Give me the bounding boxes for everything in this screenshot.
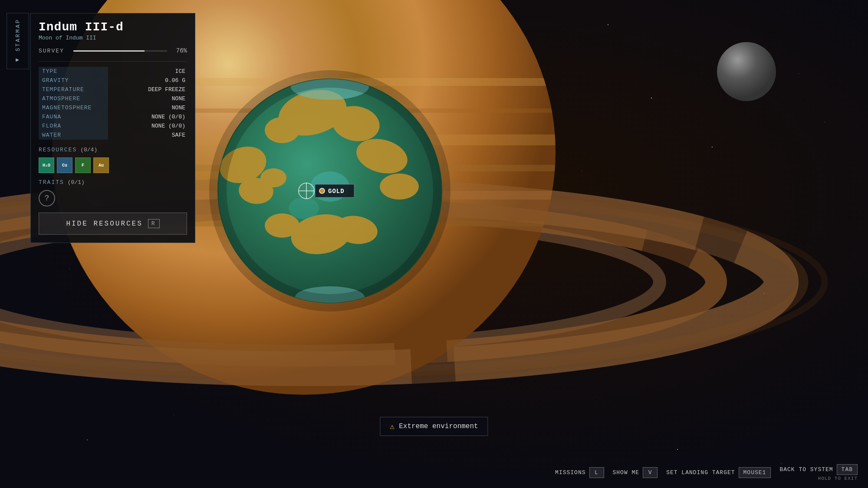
action-key: MOUSE1 — [739, 467, 771, 478]
planet-name: Indum III-d — [39, 20, 187, 34]
resources-count: (0/4) — [80, 147, 97, 153]
stat-value: NONE (0/0) — [108, 112, 187, 121]
stats-row: FLORANONE (0/0) — [39, 121, 187, 131]
stat-value: NONE — [108, 103, 187, 112]
resources-header: RESOURCES (0/4) — [39, 147, 187, 153]
starmap-tab[interactable]: ◀ STARMAP — [7, 13, 29, 69]
stats-row: MAGNETOSPHERENONE — [39, 103, 187, 112]
resource-icon-f[interactable]: F — [75, 157, 91, 173]
resource-icon-cu[interactable]: Cu — [57, 157, 72, 173]
warning-icon: ⚠ — [390, 422, 395, 431]
stat-value: 0.06 G — [108, 76, 187, 85]
bottom-action-set-landing-target[interactable]: SET LANDING TARGETMOUSE1 — [666, 467, 771, 478]
stats-table: TYPEICEGRAVITY0.06 GTEMPERATUREDEEP FREE… — [39, 67, 187, 140]
survey-row: SURVEY 76% — [39, 47, 187, 54]
resource-icon-h2o[interactable]: H₂O — [39, 157, 54, 173]
action-label: MISSIONS — [555, 469, 585, 476]
stat-value: NONE — [108, 94, 187, 103]
action-label: SHOW ME — [613, 469, 640, 476]
stats-row: GRAVITY0.06 G — [39, 76, 187, 85]
back-to-system-sub: HOLD TO EXIT — [818, 476, 858, 481]
side-panel: Indum III-d Moon of Indum III SURVEY 76%… — [30, 13, 195, 243]
extreme-warning: ⚠ Extreme environment — [380, 417, 488, 436]
stat-label: TEMPERATURE — [39, 85, 108, 94]
starmap-arrow-icon: ◀ — [15, 56, 21, 64]
stat-label: TYPE — [39, 67, 108, 76]
survey-pct: 76% — [171, 47, 187, 54]
divider — [39, 61, 187, 62]
stat-value: DEEP FREEZE — [108, 85, 187, 94]
stat-value: SAFE — [108, 131, 187, 140]
stat-label: FAUNA — [39, 112, 108, 121]
bottom-action-missions[interactable]: MISSIONSL — [555, 467, 604, 478]
stat-label: ATMOSPHERE — [39, 94, 108, 103]
planet-subtitle: Moon of Indum III — [39, 35, 187, 41]
stats-row: ATMOSPHERENONE — [39, 94, 187, 103]
hide-resources-button[interactable]: HIDE RESOURCES R — [39, 213, 187, 235]
traits-count: (0/1) — [68, 179, 85, 186]
stats-row: TYPEICE — [39, 67, 187, 76]
stats-row: WATERSAFE — [39, 131, 187, 140]
traits-header: TRAITS (0/1) — [39, 179, 187, 186]
stats-row: TEMPERATUREDEEP FREEZE — [39, 85, 187, 94]
stat-value: NONE (0/0) — [108, 121, 187, 131]
starmap-label: STARMAP — [15, 19, 21, 52]
survey-bar — [73, 50, 167, 52]
bottom-action-show-me[interactable]: SHOW MEV — [613, 467, 658, 478]
stat-label: MAGNETOSPHERE — [39, 103, 108, 112]
back-to-system[interactable]: BACK TO SYSTEM TAB HOLD TO EXIT — [779, 464, 858, 481]
resource-icon-au[interactable]: Au — [93, 157, 109, 173]
traits-label: TRAITS — [39, 179, 64, 186]
trait-unknown-button[interactable]: ? — [39, 190, 55, 206]
resources-label: RESOURCES — [39, 147, 77, 153]
stat-label: GRAVITY — [39, 76, 108, 85]
action-key: L — [589, 467, 604, 478]
resources-icons: H₂OCuFAu — [39, 157, 187, 173]
back-to-system-key: TAB — [837, 464, 858, 475]
stat-label: FLORA — [39, 121, 108, 131]
action-label: SET LANDING TARGET — [666, 469, 735, 476]
hide-resources-key: R — [148, 219, 160, 228]
stat-label: WATER — [39, 131, 108, 140]
stats-row: FAUNANONE (0/0) — [39, 112, 187, 121]
action-key: V — [643, 467, 658, 478]
stat-value: ICE — [108, 67, 187, 76]
back-to-system-label: BACK TO SYSTEM — [779, 466, 833, 473]
extreme-warning-text: Extreme environment — [399, 422, 478, 430]
survey-bar-fill — [73, 50, 145, 52]
survey-label: SURVEY — [39, 48, 69, 54]
bottom-bar: MISSIONSLSHOW MEVSET LANDING TARGETMOUSE… — [545, 457, 868, 488]
hide-resources-label: HIDE RESOURCES — [66, 220, 142, 228]
